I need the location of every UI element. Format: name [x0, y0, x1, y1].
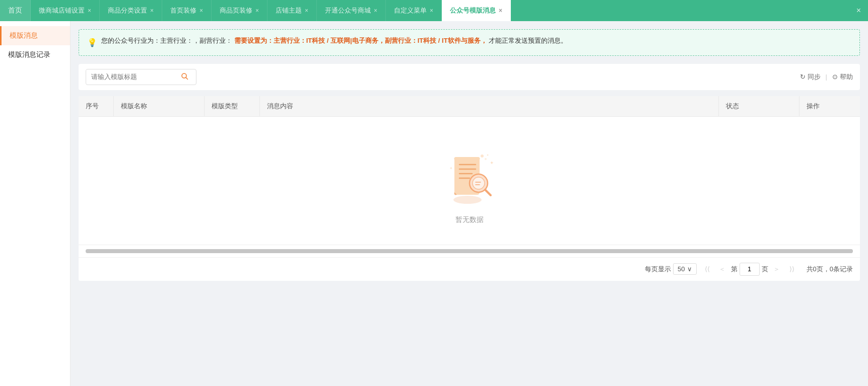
close-tab-store-theme[interactable]: × — [305, 7, 308, 14]
alert-content: 您的公众号行业为：主营行业：，副营行业： 需要设置为：主营行业：IT科技 / 互… — [101, 36, 567, 46]
tab-shop-settings-label: 微商城店铺设置 — [39, 6, 85, 15]
toolbar: ↻ 同步 | ⊙ 帮助 — [79, 64, 860, 90]
page-size-dropdown[interactable]: 50 ∨ — [673, 263, 696, 275]
tab-template-msg[interactable]: 公众号模版消息 × — [442, 0, 511, 21]
alert-highlight: 需要设置为：主营行业：IT科技 / 互联网|电子商务，副营行业：IT科技 / I… — [234, 37, 487, 44]
tab-home-decor-label: 首页装修 — [170, 6, 196, 15]
search-button[interactable] — [177, 69, 192, 85]
sidebar-item-template-msg-label: 模版消息 — [10, 31, 38, 39]
svg-point-2 — [453, 196, 482, 204]
close-tab-shop-settings[interactable]: × — [88, 7, 91, 14]
tab-custom-menu[interactable]: 自定义菜单 × — [386, 0, 442, 21]
page-number-input[interactable] — [740, 263, 760, 276]
alert-prefix: 您的公众号行业为：主营行业：，副营行业： — [101, 37, 232, 44]
col-index-label: 序号 — [86, 102, 99, 110]
page-input-wrap: 第 页 — [731, 263, 768, 276]
sidebar-item-template-msg[interactable]: 模版消息 — [0, 26, 70, 45]
page-size-select: 每页显示 50 ∨ — [645, 263, 696, 275]
table-header: 序号 模版名称 模版类型 消息内容 状态 操作 — [79, 96, 860, 117]
tab-product-category-label: 商品分类设置 — [108, 6, 147, 15]
table-container: 序号 模版名称 模版类型 消息内容 状态 操作 — [79, 96, 860, 281]
last-page-button[interactable]: ⟩⟩ — [785, 263, 798, 276]
empty-state: ✦ ✦ 暂无数据 — [79, 117, 860, 245]
next-page-button[interactable]: ＞ — [770, 263, 783, 276]
tab-open-mall-label: 开通公众号商城 — [325, 6, 371, 15]
page-label: 第 — [731, 265, 738, 274]
col-index: 序号 — [79, 96, 114, 116]
tab-product-category[interactable]: 商品分类设置 × — [100, 0, 162, 21]
scrollbar-area — [79, 245, 860, 257]
col-name: 模版名称 — [114, 96, 205, 116]
col-type-label: 模版类型 — [212, 102, 238, 110]
tab-custom-menu-label: 自定义菜单 — [394, 6, 427, 15]
svg-line-9 — [485, 190, 491, 195]
col-action: 操作 — [799, 96, 860, 116]
sidebar-item-template-msg-log[interactable]: 模版消息记录 — [0, 45, 70, 64]
tab-home-label: 首页 — [8, 6, 22, 15]
toolbar-divider: | — [826, 73, 827, 81]
horizontal-scrollbar[interactable] — [86, 249, 853, 253]
svg-text:✦: ✦ — [490, 160, 494, 166]
tab-home-decor[interactable]: 首页装修 × — [162, 0, 212, 21]
col-content: 消息内容 — [260, 96, 719, 116]
scrollbar-thumb — [86, 249, 853, 253]
close-tab-product-decor[interactable]: × — [255, 7, 259, 14]
prev-page-button[interactable]: ＜ — [716, 263, 729, 276]
close-tab-custom-menu[interactable]: × — [430, 7, 433, 14]
col-type: 模版类型 — [205, 96, 260, 116]
close-tab-template-msg[interactable]: × — [499, 7, 502, 14]
alert-box: 💡 您的公众号行业为：主营行业：，副营行业： 需要设置为：主营行业：IT科技 /… — [79, 29, 860, 56]
col-name-label: 模版名称 — [121, 102, 147, 110]
col-status: 状态 — [719, 96, 799, 116]
svg-point-8 — [473, 177, 485, 189]
sidebar: 模版消息 模版消息记录 — [0, 21, 71, 386]
empty-illustration: ✦ ✦ — [439, 147, 500, 207]
close-tab-home-decor[interactable]: × — [199, 7, 203, 14]
svg-point-14 — [487, 154, 488, 156]
first-page-button[interactable]: ⟨⟨ — [701, 263, 714, 276]
tab-template-msg-label: 公众号模版消息 — [450, 6, 496, 15]
sync-icon: ↻ — [800, 73, 806, 81]
top-navigation: 首页 微商城店铺设置 × 商品分类设置 × 首页装修 × 商品页装修 × 店铺主… — [0, 0, 868, 21]
tab-home[interactable]: 首页 — [0, 0, 31, 21]
tab-product-decor-label: 商品页装修 — [220, 6, 252, 15]
sync-label: 同步 — [808, 72, 821, 82]
per-page-label: 每页显示 — [645, 265, 671, 274]
empty-text: 暂无数据 — [455, 215, 484, 224]
page-nav: ⟨⟨ ＜ 第 页 ＞ ⟩⟩ — [701, 263, 798, 276]
close-tab-open-mall[interactable]: × — [374, 7, 377, 14]
sync-button[interactable]: ↻ 同步 — [800, 72, 821, 82]
tab-store-theme[interactable]: 店铺主题 × — [268, 0, 317, 21]
svg-point-12 — [481, 155, 484, 158]
page-size-value: 50 — [678, 265, 685, 273]
main-layout: 模版消息 模版消息记录 💡 您的公众号行业为：主营行业：，副营行业： 需要设置为… — [0, 21, 868, 386]
sidebar-item-template-msg-log-label: 模版消息记录 — [8, 50, 50, 58]
page-unit: 页 — [762, 265, 768, 274]
svg-text:✦: ✦ — [449, 166, 453, 171]
col-status-label: 状态 — [726, 102, 739, 110]
close-tab-product-category[interactable]: × — [150, 7, 154, 14]
search-bar — [86, 69, 196, 85]
total-info: 共0页，0条记录 — [807, 265, 853, 274]
content-area: 💡 您的公众号行业为：主营行业：，副营行业： 需要设置为：主营行业：IT科技 /… — [71, 21, 868, 386]
col-action-label: 操作 — [807, 102, 820, 110]
svg-line-1 — [186, 78, 188, 80]
pagination: 每页显示 50 ∨ ⟨⟨ ＜ 第 页 ＞ ⟩⟩ — [79, 257, 860, 281]
alert-suffix: 才能正常发送预置的消息。 — [489, 37, 567, 44]
help-icon: ⊙ — [832, 73, 838, 81]
help-button[interactable]: ⊙ 帮助 — [832, 72, 853, 82]
help-label: 帮助 — [840, 72, 853, 82]
tab-open-mall[interactable]: 开通公众号商城 × — [317, 0, 386, 21]
global-close-button[interactable]: × — [856, 6, 861, 15]
search-input[interactable] — [86, 70, 177, 84]
svg-point-13 — [485, 158, 487, 160]
chevron-down-icon: ∨ — [687, 265, 692, 273]
alert-icon: 💡 — [87, 36, 97, 49]
toolbar-right: ↻ 同步 | ⊙ 帮助 — [800, 72, 853, 82]
col-content-label: 消息内容 — [267, 102, 293, 110]
tab-product-decor[interactable]: 商品页装修 × — [212, 0, 268, 21]
tab-shop-settings[interactable]: 微商城店铺设置 × — [31, 0, 100, 21]
tab-store-theme-label: 店铺主题 — [276, 6, 302, 15]
